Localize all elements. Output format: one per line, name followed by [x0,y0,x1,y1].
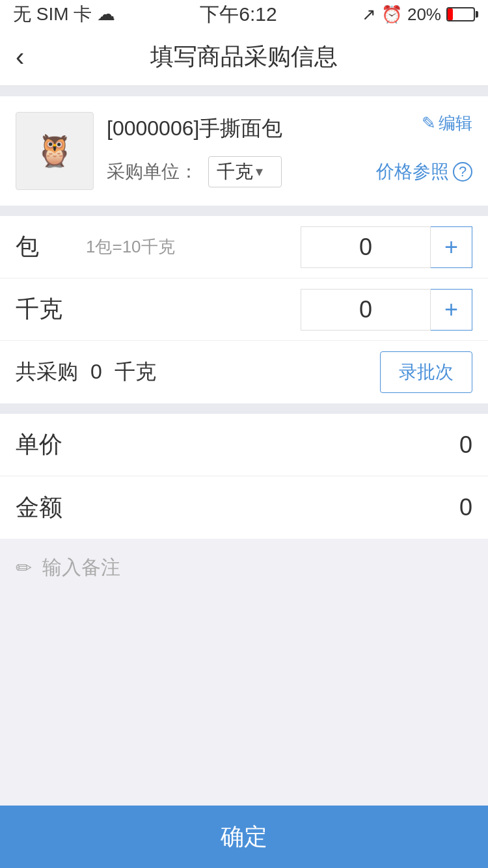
kg-number-box: + [301,289,472,331]
edit-label: 编辑 [439,112,472,135]
unit-price-row: 单价 0 [0,414,488,476]
question-icon: ? [453,162,472,182]
total-prefix: 共采购 [16,360,78,383]
alarm-icon: ⏰ [381,5,402,25]
unit-price-value: 0 [459,431,472,459]
sim-status: 无 SIM 卡 ☁ [13,2,115,27]
kg-input-row: 千克 + [0,278,488,341]
back-icon: ‹ [16,42,24,72]
total-amount: 0 [90,360,102,383]
price-reference-button[interactable]: 价格参照 ? [376,159,472,184]
remark-placeholder: 输入备注 [42,554,120,581]
kg-label: 千克 [16,293,81,325]
plus-icon: + [444,234,458,261]
bag-sublabel: 1包=10千克 [86,236,175,258]
battery-icon [446,7,475,21]
content-bottom [0,597,488,792]
amount-label: 金额 [16,492,459,524]
total-label: 共采购 0 千克 [16,358,156,387]
kg-input[interactable] [301,289,431,331]
navigation-icon: ↗ [362,5,376,25]
section-divider-2 [0,206,488,216]
remark-section[interactable]: ✏ 输入备注 [0,539,488,597]
section-divider-3 [0,403,488,414]
product-logo: 🦉 [35,133,74,169]
battery-percent: 20% [407,5,441,25]
edit-icon: ✎ [422,113,436,133]
product-card: 🦉 [0000006]手撕面包 采购单位： 千克 ▾ 价格参照 ? ✎ 编辑 [0,96,488,206]
price-ref-label: 价格参照 [376,159,449,184]
unit-label: 采购单位： [107,159,198,184]
product-name: [0000006]手撕面包 [107,115,472,143]
bag-number-box: + [301,226,472,268]
kg-plus-button[interactable]: + [431,289,472,331]
confirm-button[interactable]: 确定 [0,806,488,868]
edit-button[interactable]: ✎ 编辑 [422,112,472,135]
product-info: [0000006]手撕面包 采购单位： 千克 ▾ 价格参照 ? [107,112,472,187]
section-divider-1 [0,86,488,96]
unit-select[interactable]: 千克 ▾ [208,156,282,187]
total-unit: 千克 [115,360,156,383]
price-section: 单价 0 金额 0 [0,414,488,539]
unit-select-value: 千克 [217,159,253,184]
total-row: 共采购 0 千克 录批次 [0,341,488,403]
chevron-down-icon: ▾ [256,163,263,180]
status-bar: 无 SIM 卡 ☁ 下午6:12 ↗ ⏰ 20% [0,0,488,29]
bag-plus-button[interactable]: + [431,226,472,268]
plus-icon-2: + [444,296,458,323]
nav-bar: ‹ 填写商品采购信息 [0,29,488,86]
status-time: 下午6:12 [200,1,277,28]
input-section: 包 1包=10千克 + 千克 + [0,216,488,341]
record-batch-button[interactable]: 录批次 [380,351,472,393]
pencil-icon: ✏ [16,556,32,579]
bag-input[interactable] [301,226,431,268]
amount-value: 0 [459,494,472,521]
status-right: ↗ ⏰ 20% [362,5,475,25]
product-image: 🦉 [16,112,94,190]
bag-label: 包 [16,231,81,263]
unit-price-label: 单价 [16,429,459,461]
page-title: 填写商品采购信息 [150,41,338,73]
product-unit-row: 采购单位： 千克 ▾ 价格参照 ? [107,156,472,187]
back-button[interactable]: ‹ [16,42,24,72]
status-left: 无 SIM 卡 ☁ [13,2,115,27]
amount-row: 金额 0 [0,476,488,539]
bag-input-row: 包 1包=10千克 + [0,216,488,278]
